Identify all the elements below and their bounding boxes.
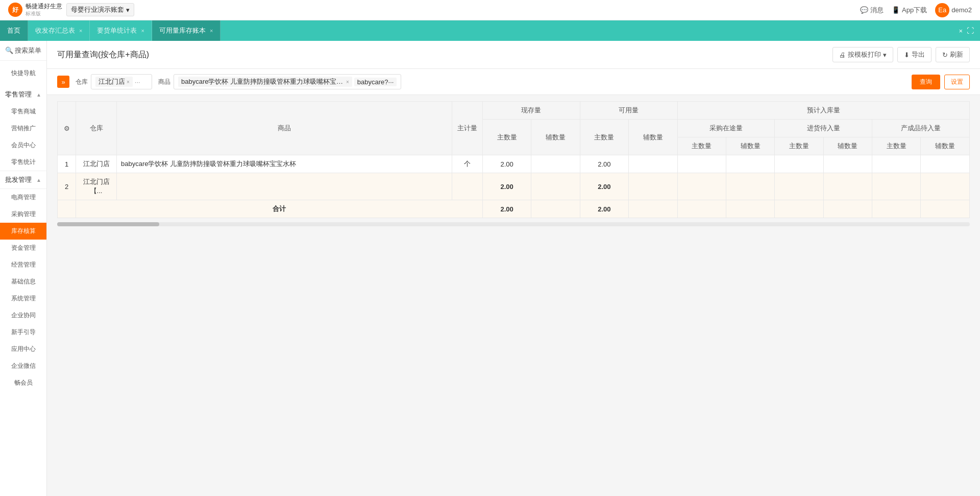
sidebar-item-app-center[interactable]: 应用中心 (0, 341, 46, 358)
table-row-subtotal: 2 江北门店【... 2.00 2.00 (58, 173, 970, 200)
industry-selector[interactable]: 母婴行业演示账套 ▾ (66, 3, 134, 16)
sidebar-item-inventory-label: 库存核算 (11, 227, 36, 235)
sidebar-item-system[interactable]: 系统管理 (0, 290, 46, 307)
settings-gear-icon: ⚙ (64, 125, 70, 132)
print-chevron-icon: ▾ (883, 51, 887, 59)
tab-order-stats-close[interactable]: × (141, 28, 144, 34)
sidebar-item-retail-stats-label: 零售统计 (11, 158, 36, 167)
sidebar-item-basics[interactable]: 基础信息 (0, 273, 46, 290)
query-button[interactable]: 查询 (912, 75, 940, 89)
export-button[interactable]: ⬇ 导出 (897, 47, 932, 62)
sidebar-item-retail-shop[interactable]: 零售商城 (0, 103, 46, 120)
product-filter-input[interactable]: babycare学饮杯 儿童防摔防撞吸管杯重力球吸嘴杯宝宝水杯 × babyca… (174, 74, 401, 89)
sidebar-item-enterprise-label: 企业协同 (11, 311, 36, 320)
message-button[interactable]: 💬 消息 (860, 6, 884, 15)
product-tag-value: babycare学饮杯 儿童防摔防撞吸管杯重力球吸嘴杯宝宝水杯 (181, 77, 345, 86)
current-main-header: 主数量 (482, 120, 531, 155)
user-profile[interactable]: Ea demo2 (935, 3, 972, 17)
sidebar-item-operations[interactable]: 经营管理 (0, 256, 46, 273)
filter-warehouse: 仓库 江北门店 × ··· (76, 74, 152, 89)
tab-income-expense-close[interactable]: × (79, 28, 82, 34)
sidebar-item-member[interactable]: 会员中心 (0, 137, 46, 154)
filter-expand-button[interactable]: » (57, 76, 69, 88)
sidebar-item-marketing[interactable]: 营销推广 (0, 120, 46, 137)
total-current-sub (531, 200, 580, 218)
tab-close-all-icon[interactable]: × (959, 27, 963, 35)
sidebar-item-finance-label: 资金管理 (11, 244, 36, 252)
sidebar-item-quick-nav[interactable]: 快捷导航 (0, 65, 46, 82)
warehouse-tag-value: 江北门店 (99, 77, 125, 86)
row2-finished-sub (921, 173, 970, 200)
row1-finished-main (872, 155, 921, 173)
current-stock-group-header: 现存量 (482, 102, 580, 120)
refresh-button[interactable]: ↻ 刷新 (936, 47, 970, 62)
chevron-up-icon: ▲ (36, 92, 41, 98)
total-finished-sub (921, 200, 970, 218)
row1-index: 1 (58, 155, 76, 173)
sidebar-item-member-label: 会员中心 (11, 141, 36, 150)
tab-available-stock-close[interactable]: × (210, 28, 213, 34)
finished-sub-header: 辅数量 (921, 137, 970, 155)
tab-income-expense[interactable]: 收发存汇总表 × (28, 20, 90, 41)
sidebar-item-basics-label: 基础信息 (11, 277, 36, 286)
tab-income-expense-label: 收发存汇总表 (35, 26, 75, 35)
sidebar-item-vip[interactable]: 畅会员 (0, 374, 46, 391)
product-tag-close-icon[interactable]: × (346, 79, 349, 85)
sidebar-item-enterprise-wechat[interactable]: 企业微信 (0, 358, 46, 374)
tab-order-stats-label: 要货单统计表 (97, 26, 137, 35)
top-bar-right: 💬 消息 📱 App下载 Ea demo2 (860, 3, 972, 17)
purchase-transit-sub-header: 辅数量 (726, 137, 774, 155)
total-row: 合计 2.00 2.00 (58, 200, 970, 218)
available-group-header: 可用量 (580, 102, 677, 120)
available-sub-header: 辅数量 (629, 120, 677, 155)
expand-icon: » (61, 78, 65, 86)
total-empty-1 (58, 200, 76, 218)
fullscreen-icon[interactable]: ⛶ (967, 27, 974, 35)
print-button[interactable]: 🖨 按模板打印 ▾ (832, 47, 893, 62)
print-icon: 🖨 (839, 51, 846, 59)
row2-index: 2 (58, 173, 76, 200)
logo-text-block: 畅捷通好生意 标准版 (26, 3, 62, 17)
col-settings-header[interactable]: ⚙ (58, 102, 76, 155)
sidebar-item-wholesale-mgmt[interactable]: 批发管理 ▲ (0, 171, 46, 188)
sidebar-item-finance[interactable]: 资金管理 (0, 240, 46, 256)
sidebar-item-retail-mgmt-label: 零售管理 (5, 90, 32, 99)
warehouse-filter-input[interactable]: 江北门店 × ··· (91, 74, 152, 89)
tab-home[interactable]: 首页 (0, 20, 28, 41)
avatar: Ea (935, 3, 949, 17)
row2-purchase-transit-main (677, 173, 726, 200)
tab-order-stats[interactable]: 要货单统计表 × (90, 20, 152, 41)
row2-available-sub (629, 173, 677, 200)
export-icon: ⬇ (904, 51, 910, 59)
tab-available-stock[interactable]: 可用量库存账本 × (152, 20, 220, 41)
row2-finished-main (872, 173, 921, 200)
sidebar-item-marketing-label: 营销推广 (11, 124, 36, 133)
scroll-thumb[interactable] (57, 222, 159, 226)
warehouse-tag-close-icon[interactable]: × (127, 79, 130, 85)
scroll-track[interactable] (57, 222, 970, 226)
app-icon: 📱 (892, 6, 900, 14)
settings-button[interactable]: 设置 (944, 75, 970, 89)
avatar-initials: Ea (938, 6, 946, 14)
main-layout: 🔍 搜索菜单 快捷导航 零售管理 ▲ 零售商城 营销推广 会员中心 零售统计 (0, 41, 980, 496)
app-download-button[interactable]: 📱 App下载 (892, 6, 927, 15)
sidebar-item-newbie[interactable]: 新手引导 (0, 324, 46, 341)
chevron-down-icon: ▾ (126, 6, 130, 14)
row2-current-sub (531, 173, 580, 200)
finished-pending-group-header: 产成品待入量 (872, 120, 970, 137)
sidebar-item-retail-stats[interactable]: 零售统计 (0, 154, 46, 171)
refresh-icon: ↻ (942, 51, 948, 59)
col-product-header: 商品 (117, 102, 452, 155)
sidebar-item-retail-mgmt[interactable]: 零售管理 ▲ (0, 86, 46, 103)
sidebar-item-ecommerce[interactable]: 电商管理 (0, 189, 46, 206)
search-icon: 🔍 (5, 46, 13, 54)
sidebar-item-purchase[interactable]: 采购管理 (0, 206, 46, 223)
sidebar-item-retail-shop-label: 零售商城 (11, 107, 36, 116)
sidebar: 🔍 搜索菜单 快捷导航 零售管理 ▲ 零售商城 营销推广 会员中心 零售统计 (0, 41, 47, 496)
page-title: 可用量查询(按仓库+商品) (57, 50, 149, 66)
warehouse-filter-dots[interactable]: ··· (135, 78, 140, 86)
row1-current-sub (531, 155, 580, 173)
sidebar-item-inventory[interactable]: 库存核算 (0, 223, 46, 240)
sidebar-item-enterprise[interactable]: 企业协同 (0, 307, 46, 324)
sidebar-search[interactable]: 🔍 搜索菜单 (0, 41, 46, 61)
